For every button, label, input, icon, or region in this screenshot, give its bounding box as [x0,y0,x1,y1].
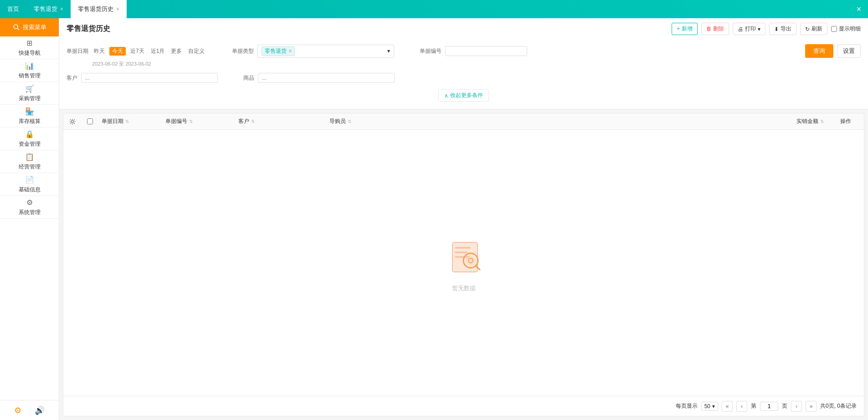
header-checkbox[interactable] [87,118,93,124]
next-page-button[interactable]: › [791,401,802,412]
svg-point-2 [72,120,74,123]
th-op-label: 操作 [840,118,851,125]
search-icon [13,24,20,31]
sidebar-search-label: 搜索菜单 [23,23,46,31]
prev-page-button[interactable]: ‹ [736,401,747,412]
ops-mgmt-icon: 📋 [25,153,34,161]
sidebar-item-label: 基础信息 [19,186,41,194]
export-button[interactable]: ⬇ 导出 [769,23,796,35]
goods-filter-input[interactable] [258,73,395,83]
print-button[interactable]: 🖨 打印 ▾ [733,23,765,35]
page-number-input[interactable] [760,402,778,411]
window-close-button[interactable]: × [850,0,868,18]
column-settings-button[interactable] [63,118,82,125]
customer-filter: 客户 [67,73,218,83]
page-label: 页 [782,402,787,410]
number-filter-label: 单据编号 [420,47,442,55]
number-filter-input[interactable] [445,46,527,56]
th-no-sort-icon: ⇅ [189,119,193,124]
refresh-label: 刷新 [812,25,822,33]
type-select-tags: 零售退货 × [262,46,295,56]
collapse-button[interactable]: ∧ 收起更多条件 [438,89,489,102]
sidebar-item-label: 系统管理 [19,209,41,216]
customer-filter-label: 客户 [67,74,77,82]
show-detail-label: 显示明细 [839,25,861,33]
th-date-label: 单据日期 [102,118,123,125]
select-all-checkbox[interactable] [82,118,98,124]
audio-icon[interactable]: 🔊 [35,405,45,415]
th-no[interactable]: 单据编号 ⇅ [162,118,235,125]
date-filter-label: 单据日期 [67,47,88,55]
query-buttons: 查询 设置 [805,44,861,58]
sidebar-footer: ⚙ 🔊 [0,400,59,420]
sidebar-menu: ⊞ 快捷导航 📊 销售管理 🛒 采购管理 🏪 库存核算 🔒 资金管理 📋 [0,36,59,400]
tab-retail-return-history[interactable]: 零售退货历史 × [71,0,127,18]
page-header: 零售退货历史 + 新增 🗑 删除 🖨 打印 ▾ ⬇ 导出 ↻ [59,18,868,109]
type-tag-close[interactable]: × [288,48,292,54]
first-page-icon: « [726,403,729,410]
base-info-icon: 📄 [25,175,34,184]
sidebar-item-sales-mgmt[interactable]: 📊 销售管理 [0,59,59,82]
show-detail-checkbox-label[interactable]: 显示明细 [831,25,861,33]
table-section: 单据日期 ⇅ 单据编号 ⇅ 客户 ⇅ 导购员 ⇅ 实销金额 ⇅ [63,113,864,416]
sidebar-item-sys-mgmt[interactable]: ⚙ 系统管理 [0,196,59,219]
tab-retail-return-history-close[interactable]: × [116,6,119,12]
goods-filter-label: 商品 [243,74,254,82]
sidebar-item-quick-nav[interactable]: ⊞ 快捷导航 [0,36,59,59]
sales-mgmt-icon: 📊 [25,61,34,70]
page-size-select[interactable]: 50 ▾ [701,402,718,411]
th-customer[interactable]: 客户 ⇅ [235,118,326,125]
th-op: 操作 [827,118,864,125]
pagination-summary: 共0页, 0条记录 [820,402,857,410]
sidebar-item-ops-mgmt[interactable]: 📋 经营管理 [0,150,59,173]
shortcut-today[interactable]: 今天 [109,47,126,56]
tab-list: 首页 零售退货 × 零售退货历史 × [0,0,850,18]
sidebar-item-purchase-mgmt[interactable]: 🛒 采购管理 [0,82,59,105]
filter-row-1: 单据日期 昨天 今天 近7天 近1月 更多 自定义 单据类型 [67,42,861,60]
sidebar-item-label: 采购管理 [19,95,41,102]
delete-button[interactable]: 🗑 删除 [701,23,729,35]
page-size-label: 每页显示 [676,402,698,410]
shortcut-yesterday[interactable]: 昨天 [92,47,107,56]
page-size-arrow: ▾ [712,403,715,410]
shortcut-custom[interactable]: 自定义 [186,47,206,56]
shortcut-7days[interactable]: 近7天 [128,47,146,56]
goods-filter: 商品 [243,73,395,83]
filter-row-2: 客户 商品 [67,71,861,85]
show-detail-checkbox[interactable] [831,26,837,32]
type-filter-select[interactable]: 零售退货 × ▾ [257,45,394,58]
last-page-icon: » [810,403,813,410]
tab-retail-return-label: 零售退货 [34,5,57,13]
th-amount-sort-icon: ⇅ [820,119,824,124]
refresh-button[interactable]: ↻ 刷新 [800,23,827,35]
sidebar-item-finance[interactable]: 🔒 资金管理 [0,128,59,150]
tab-home[interactable]: 首页 [0,0,26,18]
settings-icon[interactable]: ⚙ [14,405,21,415]
sidebar-item-base-info[interactable]: 📄 基础信息 [0,173,59,196]
tab-retail-return[interactable]: 零售退货 × [26,0,71,18]
tab-retail-return-close[interactable]: × [60,6,63,12]
th-amount-label: 实销金额 [796,118,818,125]
shortcut-more[interactable]: 更多 [169,47,184,56]
type-select-arrow: ▾ [387,48,390,54]
query-button[interactable]: 查询 [805,44,833,58]
th-guide[interactable]: 导购员 ⇅ [326,118,773,125]
sidebar-search-button[interactable]: 搜索菜单 [0,18,59,36]
date-shortcuts: 昨天 今天 近7天 近1月 更多 自定义 [92,47,206,56]
new-button[interactable]: + 新增 [672,23,697,35]
customer-filter-input[interactable] [81,73,218,83]
first-page-button[interactable]: « [722,401,733,412]
shortcut-1month[interactable]: 近1月 [149,47,167,56]
page-title-row: 零售退货历史 + 新增 🗑 删除 🖨 打印 ▾ ⬇ 导出 ↻ [67,23,861,39]
export-icon: ⬇ [774,26,779,32]
last-page-button[interactable]: » [806,401,817,412]
content-area: 零售退货历史 + 新增 🗑 删除 🖨 打印 ▾ ⬇ 导出 ↻ [59,18,868,420]
th-guide-sort-icon: ⇅ [348,119,351,124]
th-date[interactable]: 单据日期 ⇅ [98,118,162,125]
type-filter-label: 单据类型 [232,47,254,55]
settings-button[interactable]: 设置 [837,44,861,58]
th-amount[interactable]: 实销金额 ⇅ [773,118,827,125]
sidebar-item-inventory[interactable]: 🏪 库存核算 [0,105,59,128]
page-title: 零售退货历史 [67,24,110,34]
tab-home-label: 首页 [7,5,19,13]
